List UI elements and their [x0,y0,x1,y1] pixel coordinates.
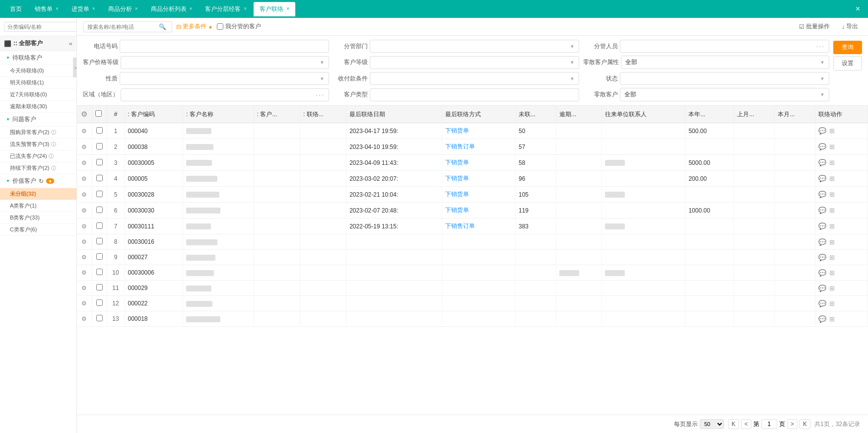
customer-search-input[interactable] [87,24,157,30]
grid-action-icon[interactable]: ⊞ [829,238,835,246]
sidebar-item-overdue-pending[interactable]: 逾期未联络(30) [0,101,76,113]
grid-action-icon[interactable]: ⊞ [829,300,835,307]
grid-action-icon[interactable]: ⊞ [829,315,835,323]
row-checkbox[interactable] [92,250,107,265]
sidebar-search-input[interactable] [4,22,77,32]
nav-purchase[interactable]: 进货单 × [66,2,101,16]
chat-action-icon[interactable]: 💬 [818,285,826,292]
nav-home[interactable]: 首页 [4,2,28,16]
row-settings[interactable]: ⚙ [77,311,92,327]
sidebar-expand-btn[interactable]: « [69,40,72,47]
sidebar-item-ungroup[interactable]: 未分组(32) [0,188,76,200]
nav-sales[interactable]: 销售单 × [29,2,65,16]
grid-action-icon[interactable]: ⊞ [829,207,835,214]
phone-input[interactable] [120,40,329,53]
person-dropdown[interactable]: ··· [620,40,829,53]
search-icon[interactable]: 🔍 [159,23,166,30]
close-sales-tab[interactable]: × [56,6,59,11]
chat-action-icon[interactable]: 💬 [818,159,826,166]
grid-action-icon[interactable]: ⊞ [829,175,835,182]
row-checkbox[interactable] [92,234,107,250]
sidebar-item-today-pending[interactable]: 今天待联络(0) [0,65,76,77]
sidebar-group-pending[interactable]: ▼ 待联络客户 [0,51,76,65]
sidebar-item-churn-warning[interactable]: 流失预警客户(3) ⓘ [0,139,76,150]
sidebar-item-declining[interactable]: 持续下滑客户(2) ⓘ [0,162,76,174]
first-page-btn[interactable]: K [728,419,739,429]
per-page-dropdown[interactable]: 20 50 100 [700,419,724,429]
sidebar-group-problem[interactable]: ▼ 问题客户 [0,113,76,127]
sidebar-collapse-button[interactable]: « [73,58,77,77]
sidebar-item-class-c[interactable]: C类客户(6) [0,224,76,236]
row-settings[interactable]: ⚙ [77,234,92,250]
refresh-icon[interactable]: ↻ [39,178,44,185]
close-list-tab[interactable]: × [190,6,193,11]
prev-page-btn[interactable]: < [741,419,751,429]
select-all-checkbox[interactable] [95,110,102,117]
row-settings[interactable]: ⚙ [77,265,92,281]
my-customers-checkbox[interactable] [217,23,223,30]
page-number-input[interactable] [761,419,777,429]
chat-action-icon[interactable]: 💬 [818,222,826,230]
export-button[interactable]: ↓ 导出 [838,21,862,32]
grid-action-icon[interactable]: ⊞ [829,143,835,150]
grid-action-icon[interactable]: ⊞ [829,269,835,277]
payment-dropdown[interactable]: ▼ [370,72,579,85]
chat-action-icon[interactable]: 💬 [818,254,826,261]
row-checkbox[interactable] [92,281,107,296]
sidebar-item-7days-pending[interactable]: 近7天待联络(0) [0,89,76,101]
row-checkbox[interactable] [92,296,107,311]
chat-action-icon[interactable]: 💬 [818,315,826,323]
row-settings[interactable]: ⚙ [77,296,92,311]
chat-action-icon[interactable]: 💬 [818,175,826,182]
chat-action-icon[interactable]: 💬 [818,300,826,307]
cust-type-input[interactable] [370,88,579,101]
region-dropdown[interactable]: ··· [121,88,329,101]
chat-action-icon[interactable]: 💬 [818,207,826,214]
next-page-btn[interactable]: > [787,419,798,429]
nav-product-list[interactable]: 商品分析列表 × [145,2,199,16]
price-level-dropdown[interactable]: ▼ [121,56,329,69]
more-filters-button[interactable]: ⊟ 更多条件 ▲ [176,22,213,31]
row-checkbox[interactable] [92,123,107,139]
my-customers-checkbox-label[interactable]: 我分管的客户 [217,22,261,31]
row-checkbox[interactable] [92,311,107,327]
row-settings[interactable]: ⚙ [77,123,92,139]
sidebar-item-class-a[interactable]: A类客户(1) [0,200,76,212]
sidebar-item-class-b[interactable]: B类客户(33) [0,212,76,224]
chat-action-icon[interactable]: 💬 [818,127,826,135]
close-analysis-tab[interactable]: × [135,6,138,11]
query-button[interactable]: 查询 [833,41,862,54]
close-contact-tab[interactable]: × [286,6,289,11]
row-settings[interactable]: ⚙ [77,171,92,187]
row-checkbox[interactable] [92,139,107,155]
reset-button[interactable]: 设置 [833,56,862,71]
retail-dropdown[interactable]: 全部▼ [620,88,829,101]
close-purchase-tab[interactable]: × [92,6,95,11]
row-checkbox[interactable] [92,171,107,187]
last-page-btn[interactable]: K [800,419,810,429]
chat-action-icon[interactable]: 💬 [818,238,826,246]
gear-icon[interactable]: ⚙ [80,110,89,119]
grid-action-icon[interactable]: ⊞ [829,285,835,292]
nav-customer-contact[interactable]: 客户联络 × [254,2,295,16]
grid-action-icon[interactable]: ⊞ [829,191,835,198]
nav-customer-tier[interactable]: 客户分层经客 × [199,2,253,16]
row-settings[interactable]: ⚙ [77,203,92,218]
row-checkbox[interactable] [92,203,107,218]
grid-action-icon[interactable]: ⊞ [829,159,835,166]
sidebar-item-abnormal[interactable]: 囤购异常客户(2) ⓘ [0,127,76,139]
row-checkbox[interactable] [92,155,107,171]
close-tier-tab[interactable]: × [244,6,247,11]
nature-dropdown[interactable]: ▼ [120,72,329,85]
sidebar-item-tomorrow-pending[interactable]: 明天待联络(1) [0,77,76,89]
chat-action-icon[interactable]: 💬 [818,191,826,198]
chat-action-icon[interactable]: 💬 [818,269,826,277]
all-customers-header[interactable]: ⬛ :: 全部客户 « [0,36,76,51]
status-dropdown[interactable]: ▼ [620,72,829,85]
grid-action-icon[interactable]: ⊞ [829,127,835,135]
grid-action-icon[interactable]: ⊞ [829,254,835,261]
row-checkbox[interactable] [92,265,107,281]
grid-action-icon[interactable]: ⊞ [829,222,835,230]
sidebar-group-value[interactable]: ▼ 价值客户 ↻ ● [0,174,76,188]
row-settings[interactable]: ⚙ [77,187,92,203]
